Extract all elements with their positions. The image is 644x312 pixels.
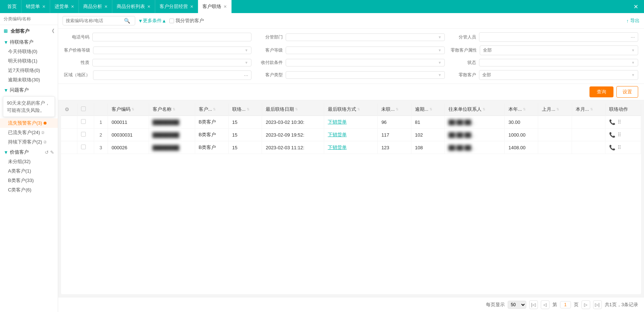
- filter-nature-select[interactable]: ▼: [92, 59, 251, 66]
- my-customers-checkbox[interactable]: 我分管的客户: [169, 17, 204, 24]
- table-settings-icon[interactable]: ⚙: [65, 106, 69, 112]
- tab-purchase[interactable]: 进货单 ✕: [50, 0, 79, 13]
- customer-table: ⚙ 客户编码 ⇅: [61, 103, 641, 154]
- sidebar-search-input[interactable]: [4, 16, 58, 21]
- row-lm-cell: [538, 129, 572, 141]
- col-this-month[interactable]: 本月... ⇅: [572, 103, 605, 116]
- col-overdue[interactable]: 逾期... ⇅: [411, 103, 444, 116]
- tab-product-analysis[interactable]: 商品分析 ✕: [79, 0, 112, 13]
- advanced-filters: 电话号码 分管部门 ▼ 分管人员 ··· 客户价格等级: [58, 29, 644, 84]
- row-checkbox-2[interactable]: [81, 145, 86, 149]
- filter-phone-input[interactable]: [92, 33, 251, 41]
- value-add-icon[interactable]: ✎: [50, 150, 54, 155]
- tab-home[interactable]: 首页: [3, 0, 21, 13]
- tab-purchase-close[interactable]: ✕: [71, 4, 74, 9]
- sidebar-item-declining[interactable]: 持续下滑客户(2) ②: [0, 137, 58, 147]
- filter-price-select[interactable]: ▼: [93, 46, 251, 54]
- tab-customer-segment-close[interactable]: ✕: [190, 4, 193, 9]
- sidebar-item-class-b[interactable]: B类客户(33): [0, 176, 58, 185]
- tab-product-list-close[interactable]: ✕: [147, 4, 150, 9]
- row-date-cell: 2023-02-09 19:52:: [262, 129, 324, 141]
- tab-sales[interactable]: 销货单 ✕: [21, 0, 50, 13]
- filter-search-icon[interactable]: 🔍: [124, 18, 130, 24]
- action-more-icon[interactable]: ⠿: [617, 119, 621, 125]
- col-code[interactable]: 客户编码 ⇅: [108, 103, 149, 116]
- tab-sales-close[interactable]: ✕: [42, 4, 45, 9]
- col-type[interactable]: 客户... ⇅: [195, 103, 228, 116]
- settings-button[interactable]: 设置: [616, 86, 638, 98]
- filter-payment-label: 收付款条件: [257, 60, 283, 66]
- row-unc-cell: 96: [378, 116, 411, 129]
- tab-customer-contact-close[interactable]: ✕: [224, 4, 227, 9]
- export-button[interactable]: ↑ 导出: [627, 17, 640, 24]
- tab-product-list[interactable]: 商品分析列表 ✕: [112, 0, 155, 13]
- query-button[interactable]: 查询: [589, 86, 613, 97]
- row-code-cell: 00030031: [108, 129, 149, 141]
- sidebar-item-today[interactable]: 今天待联络(0): [0, 47, 58, 56]
- sidebar-item-overdue[interactable]: 逾期未联络(30): [0, 75, 58, 85]
- col-this-year[interactable]: 本年... ⇅: [505, 103, 538, 116]
- tab-customer-segment[interactable]: 客户分层经营 ✕: [155, 0, 198, 13]
- filter-search-input[interactable]: [66, 18, 124, 23]
- page-number-input[interactable]: [560, 301, 571, 308]
- header-checkbox[interactable]: [81, 106, 86, 111]
- filter-retail-attr-select[interactable]: 全部 ▼: [480, 45, 638, 55]
- contact-method-link[interactable]: 下销货单: [328, 132, 347, 137]
- collapse-icon[interactable]: 《: [49, 28, 54, 35]
- tab-product-analysis-close[interactable]: ✕: [104, 4, 108, 9]
- contact-method-link[interactable]: 下销货单: [328, 119, 347, 125]
- filter-price-label: 客户价格等级: [64, 47, 90, 53]
- filter-region-label: 区域（地区）: [64, 72, 90, 78]
- action-phone-icon[interactable]: 📞: [609, 145, 615, 150]
- col-last-contact-method[interactable]: 最后联络方式 ⇅: [324, 103, 378, 116]
- window-close-button[interactable]: ✕: [631, 3, 641, 10]
- filter-clevel-select[interactable]: ▼: [286, 46, 445, 54]
- sidebar-item-ungrouped[interactable]: 未分组(32): [0, 157, 58, 166]
- col-name[interactable]: 客户名称 ⇅: [149, 103, 195, 116]
- sidebar-item-churned[interactable]: 已流失客户(24) ②: [0, 128, 58, 137]
- filter-status-select[interactable]: ▼: [479, 59, 638, 66]
- region-ellipsis[interactable]: ···: [244, 72, 248, 78]
- first-page-button[interactable]: |◁: [529, 300, 538, 309]
- sidebar-section-value[interactable]: ▼ 价值客户 ↺ ✎: [0, 147, 58, 157]
- row-action-cell: 📞 ⠿: [605, 141, 641, 154]
- action-more-icon[interactable]: ⠿: [617, 132, 621, 138]
- sidebar-item-class-c[interactable]: C类客户(6): [0, 185, 58, 195]
- col-checkbox: [77, 103, 94, 116]
- more-conditions-button[interactable]: ▼ 更多条件 ▲: [138, 17, 166, 24]
- last-page-button[interactable]: ▷|: [593, 300, 602, 309]
- dept-dropdown-icon: ▼: [438, 35, 442, 39]
- tab-customer-contact[interactable]: 客户联络 ✕: [198, 0, 232, 13]
- row-checkbox-1[interactable]: [81, 132, 86, 137]
- next-page-button[interactable]: ▷: [581, 300, 590, 309]
- action-phone-icon[interactable]: 📞: [609, 132, 615, 138]
- contact-method-link[interactable]: 下销货单: [328, 145, 347, 150]
- sidebar-section-pending[interactable]: ▼ 待联络客户: [0, 37, 58, 47]
- filter-dept-select[interactable]: ▼: [286, 33, 445, 41]
- row-checkbox-0[interactable]: [81, 119, 86, 124]
- col-uncontacted[interactable]: 未联... ⇅: [378, 103, 411, 116]
- sidebar-item-7days[interactable]: 近7天待联络(0): [0, 66, 58, 75]
- value-edit-icon[interactable]: ↺: [45, 150, 49, 155]
- action-more-icon[interactable]: ⠿: [617, 145, 621, 150]
- filter-ctype-select[interactable]: ▼: [286, 71, 445, 79]
- filter-retail-select[interactable]: 全部 ▼: [479, 70, 638, 80]
- sidebar-item-tomorrow[interactable]: 明天待联络(1): [0, 56, 58, 66]
- sidebar-item-class-a[interactable]: A类客户(1): [0, 166, 58, 176]
- col-unit-contact[interactable]: 往来单位联系人 ⇅: [445, 103, 505, 116]
- filter-manager-select[interactable]: ···: [479, 32, 638, 42]
- manager-ellipsis[interactable]: ···: [631, 34, 635, 40]
- col-last-contact-date[interactable]: 最后联络日期 ⇅: [262, 103, 324, 116]
- sort-icon-tm: ⇅: [590, 108, 593, 111]
- sidebar-item-churn-warning[interactable]: 流失预警客户(3): [0, 118, 58, 128]
- per-page-select[interactable]: 50 20 100: [508, 301, 526, 309]
- col-contact[interactable]: 联络... ⇅: [228, 103, 262, 116]
- action-phone-icon[interactable]: 📞: [609, 119, 615, 125]
- col-last-month[interactable]: 上月... ⇅: [538, 103, 572, 116]
- filter-region-select[interactable]: ···: [93, 70, 251, 80]
- filter-payment-select[interactable]: ▼: [286, 59, 445, 66]
- sort-icon-type: ⇅: [213, 108, 216, 111]
- prev-page-button[interactable]: ◁: [541, 300, 550, 309]
- sidebar-section-problem[interactable]: ▼ 问题客户: [0, 85, 58, 95]
- my-customers-check[interactable]: [169, 19, 174, 23]
